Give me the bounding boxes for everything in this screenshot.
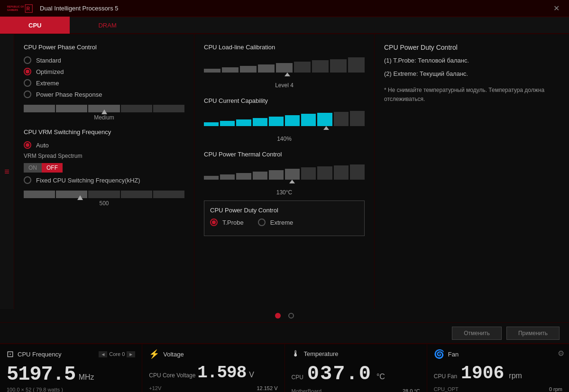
pagination-dot-1[interactable] [275, 313, 281, 319]
thermal-bars [204, 164, 365, 180]
cpu-freq-nav: ◄ Core 0 ► [99, 351, 135, 357]
cpu-temp-row: CPU 037.0 °C [292, 363, 420, 385]
voltage-panel: ⚡ Voltage CPU Core Voltage 1.598 V +12V … [142, 344, 284, 392]
fan-row-0: CPU_OPT 0 rpm [434, 386, 562, 392]
radio-circle-fixed-freq [24, 176, 31, 184]
cpu-temp-value: 037.0 [307, 363, 372, 385]
radio-duty-extreme[interactable]: Extreme [258, 219, 293, 226]
fixed-freq-slider[interactable]: 500 [24, 189, 184, 207]
cpu-freq-value-container: 5197.5 MHz [7, 363, 135, 386]
temp-icon: 🌡 [292, 349, 300, 359]
radio-circle-standard [24, 56, 31, 64]
cpu-temp-label: CPU [292, 374, 303, 381]
power-phase-title: CPU Power Phase Control [24, 44, 184, 51]
slider-bg-fixed-freq [24, 191, 184, 198]
toggle-on-btn[interactable]: ON [24, 163, 42, 173]
slider-track-power-phase [24, 103, 184, 112]
main-content: ≡ CPU Power Phase Control Standard Optim… [0, 34, 569, 309]
cpu-fan-label: CPU Fan [434, 373, 457, 380]
cpu-fan-unit: rpm [509, 372, 522, 380]
volt-label-0: +12V [149, 385, 161, 391]
temp-val-0: 28.0 °C [403, 388, 420, 392]
fixed-freq-value: 500 [24, 200, 184, 207]
duty-control-title: CPU Power Duty Control [210, 207, 358, 214]
right-line2: (2) Extreme: Текущий баланс. [384, 69, 560, 79]
vrm-title: CPU VRM Switching Frequency [24, 128, 184, 136]
temperature-panel: 🌡 Temperature CPU 037.0 °C MotherBoard 2… [285, 344, 427, 392]
cpu-core-volt-label: CPU Core Voltage [149, 372, 195, 379]
temp-label-0: MotherBoard [292, 388, 322, 392]
rog-logo: REPUBLIC OF GAMERS R [6, 3, 34, 14]
slider-thumb-power-phase [101, 109, 107, 114]
temp-sub-rows: MotherBoard 28.0 °C CPU Package 45.0 °C … [292, 388, 420, 392]
cpu-freq-unit: MHz [79, 373, 94, 381]
fan-sub-rows: CPU_OPT 0 rpm Chassis Fan 1 0 rpm Chassi… [434, 386, 562, 392]
radio-circle-optimized [24, 68, 31, 75]
thermal-arrow [289, 180, 295, 183]
pagination-dot-2[interactable] [288, 313, 294, 319]
radio-tprobe[interactable]: T.Probe [210, 219, 244, 226]
cpu-fan-value: 1906 [461, 363, 504, 383]
current-cap-title: CPU Current Capability [204, 97, 365, 104]
toggle-group: ON OFF [24, 163, 184, 173]
apply-button[interactable]: Применить [506, 327, 560, 340]
vrm-section: CPU VRM Switching Frequency Auto VRM Spr… [24, 128, 184, 207]
radio-circle-auto [24, 141, 31, 149]
radio-fixed-freq[interactable]: Fixed CPU Switching Frequency(kHZ) [24, 176, 184, 184]
monitoring-bar: ⊡ CPU Frequency ◄ Core 0 ► 5197.5 MHz 10… [0, 343, 569, 392]
radio-optimized[interactable]: Optimized [24, 68, 184, 75]
window-title: Dual Intelligent Processors 5 [40, 5, 550, 12]
fan-icon: 🌀 [434, 349, 444, 359]
voltage-title: Voltage [163, 351, 277, 358]
current-cap-slider[interactable] [204, 110, 365, 129]
radio-standard[interactable]: Standard [24, 56, 184, 64]
cpu-temp-unit: °C [376, 373, 385, 381]
tab-bar: CPU DRAM [0, 17, 569, 34]
tab-cpu[interactable]: CPU [0, 17, 70, 34]
llc-bars [204, 57, 365, 73]
temp-header: 🌡 Temperature [292, 349, 420, 359]
thermal-value: 130°C [204, 189, 365, 196]
cpu-freq-header: ⊡ CPU Frequency ◄ Core 0 ► [7, 349, 135, 359]
svg-text:GAMERS: GAMERS [7, 9, 18, 11]
pagination [0, 309, 569, 322]
fan-val-0: 0 rpm [549, 386, 562, 392]
gear-icon[interactable]: ⚙ [558, 349, 564, 358]
left-panel: CPU Power Phase Control Standard Optimiz… [14, 34, 194, 309]
radio-circle-power-phase-response [24, 91, 31, 98]
cpu-core-volt-unit: V [249, 371, 254, 379]
power-phase-slider[interactable]: Medium [24, 103, 184, 121]
action-bar: Отменить Применить [0, 322, 569, 343]
fan-panel: ⚙ 🌀 Fan CPU Fan 1906 rpm CPU_OPT 0 rpm C… [427, 344, 569, 392]
fan-title: Fan [448, 351, 562, 358]
cpu-freq-value: 5197.5 [7, 363, 75, 386]
slider-track-fixed-freq [24, 189, 184, 198]
prev-core-btn[interactable]: ◄ [99, 351, 107, 357]
fan-header: 🌀 Fan [434, 349, 562, 359]
sidebar-arrow[interactable]: ≡ [0, 34, 14, 309]
toggle-off-btn[interactable]: OFF [42, 163, 63, 173]
thermal-title: CPU Power Thermal Control [204, 151, 365, 158]
svg-text:R: R [27, 5, 30, 11]
power-phase-value: Medium [24, 114, 184, 121]
cpu-freq-icon: ⊡ [7, 349, 14, 359]
current-cap-value: 140% [204, 136, 365, 142]
radio-extreme[interactable]: Extreme [24, 79, 184, 87]
tab-dram[interactable]: DRAM [70, 17, 145, 34]
radio-power-phase-response[interactable]: Power Phase Response [24, 91, 184, 98]
cancel-button[interactable]: Отменить [452, 327, 502, 340]
right-line1: (1) T.Probe: Тепловой баланс. [384, 56, 560, 65]
close-button[interactable]: ✕ [550, 2, 563, 15]
radio-auto[interactable]: Auto [24, 141, 184, 149]
cpu-freq-title: CPU Frequency [18, 351, 99, 358]
next-core-btn[interactable]: ► [127, 351, 135, 357]
right-panel: CPU Power Duty Control (1) T.Probe: Тепл… [375, 34, 569, 309]
radio-circle-extreme [24, 79, 31, 87]
thermal-slider[interactable] [204, 164, 365, 182]
temp-row-0: MotherBoard 28.0 °C [292, 388, 420, 392]
duty-options: T.Probe Extreme [210, 219, 358, 230]
volt-row-0: +12V 12.152 V [149, 385, 277, 391]
llc-slider[interactable] [204, 56, 365, 75]
voltage-icon: ⚡ [149, 349, 159, 359]
right-panel-title: CPU Power Duty Control [384, 44, 560, 51]
